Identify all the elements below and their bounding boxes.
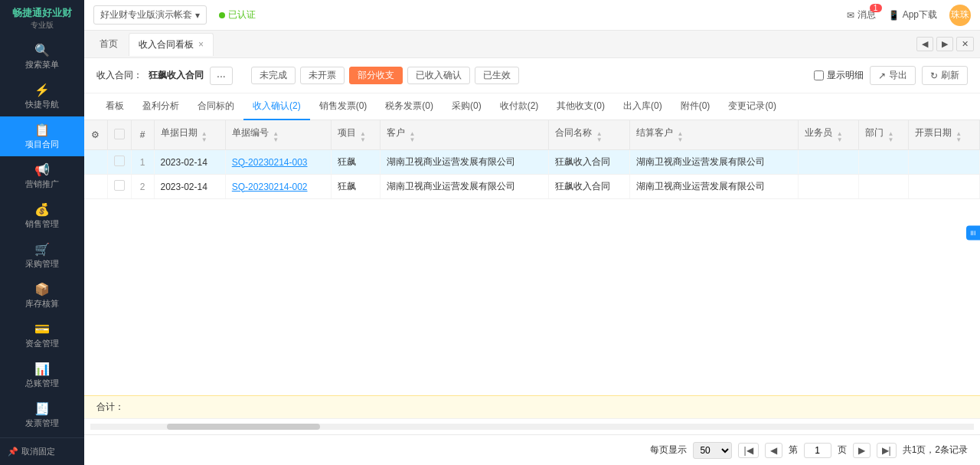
sub-tab-1[interactable]: 盈利分析	[133, 93, 188, 120]
row-settings-0	[84, 150, 107, 175]
status-btn-0[interactable]: 未完成	[251, 67, 296, 84]
company-selector[interactable]: 好业财专业版演示帐套 ▾	[93, 5, 207, 25]
col-invoice-date-label: 开票日期	[915, 127, 952, 138]
unpin-label: 取消固定	[21, 446, 55, 457]
sidebar-item-8[interactable]: 📊总账管理	[0, 355, 84, 395]
sub-tab-0[interactable]: 看板	[96, 93, 133, 120]
col-id-header: 单据编号 ▲▼	[225, 120, 331, 150]
sidebar-item-1[interactable]: ⚡快捷导航	[0, 77, 84, 116]
export-button[interactable]: ↗ 导出	[870, 66, 916, 85]
download-icon: 📱	[888, 10, 900, 21]
settings-icon[interactable]: ⚙	[91, 129, 100, 140]
sub-tab-11[interactable]: 变更记录(0)	[719, 93, 786, 120]
sub-tab-8[interactable]: 其他收支(0)	[547, 93, 614, 120]
pin-icon: 📌	[8, 447, 18, 457]
sort-contract-icon[interactable]: ▲▼	[596, 131, 603, 143]
sort-customer-icon[interactable]: ▲▼	[409, 131, 415, 143]
tab-prev-button[interactable]: ◀	[916, 37, 933, 51]
table-footer: 合计：	[84, 395, 980, 418]
col-contract-label: 合同名称	[555, 127, 592, 138]
per-page-select[interactable]: 50 100 200	[693, 442, 732, 459]
show-detail-input[interactable]	[814, 70, 824, 80]
sub-tab-10[interactable]: 附件(0)	[671, 93, 720, 120]
sub-tab-6[interactable]: 采购(0)	[443, 93, 491, 120]
next-page-button[interactable]: ▶	[853, 443, 871, 458]
tab-contracts-label: 收入合同看板	[139, 38, 194, 51]
table-row[interactable]: 2 2023-02-14 SQ-20230214-002 狂飙 湖南卫视商业运营…	[84, 175, 980, 199]
sort-salesman-icon[interactable]: ▲▼	[837, 131, 843, 143]
sort-id-icon[interactable]: ▲▼	[273, 131, 279, 143]
tab-contracts[interactable]: 收入合同看板 ×	[129, 33, 214, 56]
tab-next-button[interactable]: ▶	[936, 37, 953, 51]
sidebar-icon-8: 📊	[34, 362, 50, 376]
page-input[interactable]	[804, 443, 831, 458]
sidebar-label-3: 营销推广	[25, 178, 59, 190]
sort-date-icon[interactable]: ▲▼	[201, 131, 207, 143]
row-settle-0: 湖南卫视商业运营发展有限公司	[630, 150, 799, 175]
prev-page-button[interactable]: ◀	[765, 443, 782, 458]
tab-home-label: 首页	[100, 38, 118, 49]
sub-tab-7[interactable]: 收付款(2)	[491, 93, 548, 120]
sidebar-item-9[interactable]: 🧾发票管理	[0, 395, 84, 435]
sidebar-item-7[interactable]: 💳资金管理	[0, 316, 84, 355]
row-invoice-date-1	[908, 175, 979, 199]
sort-dept-icon[interactable]: ▲▼	[888, 131, 894, 143]
status-btn-1[interactable]: 未开票	[300, 67, 345, 84]
last-page-button[interactable]: ▶|	[877, 443, 897, 458]
select-all-checkbox[interactable]	[114, 129, 125, 139]
col-salesman-label: 业务员	[805, 127, 832, 138]
right-panel-toggle[interactable]: ≡	[966, 225, 980, 240]
avatar-button[interactable]: 珠珠	[949, 5, 971, 26]
app-download-button[interactable]: 📱 App下载	[888, 8, 937, 21]
sort-invoice-date-icon[interactable]: ▲▼	[956, 131, 962, 143]
row-customer-1: 湖南卫视商业运营发展有限公司	[381, 175, 549, 199]
sidebar-label-1: 快捷导航	[25, 99, 59, 110]
sort-settle-icon[interactable]: ▲▼	[678, 131, 684, 143]
tab-close-icon[interactable]: ×	[198, 39, 204, 50]
sub-tab-9[interactable]: 出入库(0)	[614, 93, 671, 120]
row-date-0: 2023-02-14	[154, 150, 225, 175]
sidebar-item-2[interactable]: 📋项目合同	[0, 116, 84, 156]
sub-tab-3[interactable]: 收入确认(2)	[243, 93, 310, 120]
sub-tab-2[interactable]: 合同标的	[188, 93, 243, 120]
table-row[interactable]: 1 2023-02-14 SQ-20230214-003 狂飙 湖南卫视商业运营…	[84, 150, 980, 175]
status-btn-3[interactable]: 已收入确认	[407, 67, 470, 84]
tab-home[interactable]: 首页	[90, 33, 127, 55]
show-detail-checkbox[interactable]: 显示明细	[814, 69, 864, 82]
scroll-thumb[interactable]	[167, 424, 320, 430]
refresh-button[interactable]: ↻ 刷新	[922, 66, 968, 85]
first-page-button[interactable]: |◀	[738, 443, 758, 458]
app-logo: 畅捷通好业财 专业版	[0, 0, 84, 37]
sidebar-label-6: 库存核算	[25, 298, 59, 309]
row-contract-0: 狂飙收入合同	[549, 150, 630, 175]
sidebar-icon-4: 💰	[34, 202, 50, 217]
row-id-link-0[interactable]: SQ-20230214-003	[232, 157, 308, 168]
sub-tab-5[interactable]: 税务发票(0)	[376, 93, 443, 120]
row-id-link-1[interactable]: SQ-20230214-002	[232, 182, 308, 192]
status-btn-4[interactable]: 已生效	[475, 67, 519, 84]
sidebar-item-5[interactable]: 🛒采购管理	[0, 236, 84, 276]
main-content: 好业财专业版演示帐套 ▾ 已认证 ✉ 消息 1 📱 App下载 珠珠	[84, 0, 980, 465]
row-checkbox-1[interactable]	[107, 175, 131, 199]
chevron-down-icon: ▾	[195, 10, 200, 21]
sub-tab-4[interactable]: 销售发票(0)	[310, 93, 377, 120]
col-num-header: #	[131, 120, 154, 150]
col-contract-header: 合同名称 ▲▼	[549, 120, 630, 150]
sidebar-item-3[interactable]: 📢营销推广	[0, 156, 84, 196]
horizontal-scrollbar[interactable]	[90, 424, 974, 430]
sidebar-item-6[interactable]: 📦库存核算	[0, 276, 84, 316]
export-label: 导出	[889, 69, 907, 82]
message-button[interactable]: ✉ 消息 1	[847, 8, 876, 21]
sidebar-item-0[interactable]: 🔍搜索菜单	[0, 37, 84, 77]
more-button[interactable]: ···	[210, 67, 233, 85]
sidebar-icon-1: ⚡	[34, 83, 50, 97]
tab-nav: ◀ ▶ ✕	[916, 37, 974, 51]
status-btn-2[interactable]: 部分收支	[349, 67, 403, 84]
row-checkbox-0[interactable]	[107, 150, 131, 175]
avatar: 珠珠	[949, 5, 971, 26]
tab-close-all-button[interactable]: ✕	[956, 37, 974, 51]
sort-project-icon[interactable]: ▲▼	[360, 131, 366, 143]
col-id-label: 单据编号	[232, 127, 269, 138]
sidebar-item-4[interactable]: 💰销售管理	[0, 196, 84, 236]
unpin-button[interactable]: 📌 取消固定	[5, 443, 80, 460]
